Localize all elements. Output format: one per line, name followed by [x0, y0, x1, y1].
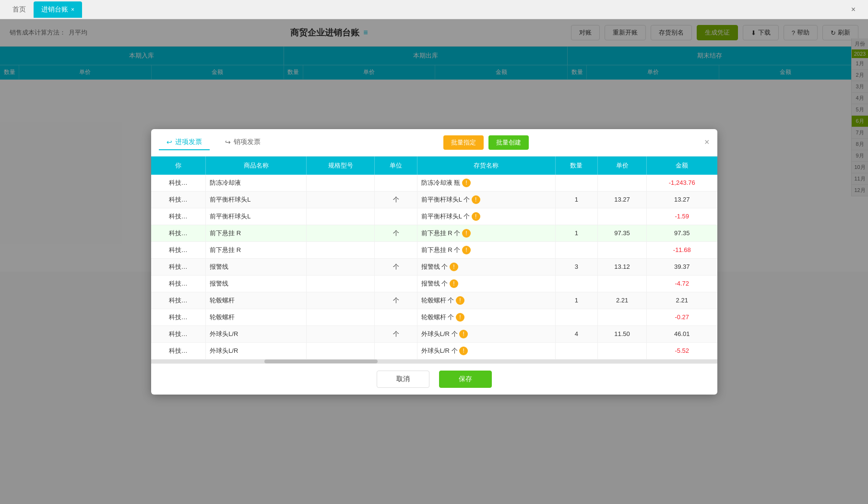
- cell-unit: 个: [375, 225, 417, 241]
- cell-spec: [307, 225, 375, 241]
- table-row: 科技… 前下悬挂 R 前下悬挂 R 个 ! -11.68: [151, 241, 717, 258]
- cell-unit-price: [598, 342, 647, 359]
- cell-product: 报警线: [206, 258, 307, 275]
- batch-create-button[interactable]: 批量创建: [488, 135, 529, 150]
- cell-product: 轮毂螺杆: [206, 292, 307, 309]
- warn-icon[interactable]: !: [472, 212, 480, 221]
- table-row: 科技… 轮毂螺杆 轮毂螺杆 个 ! -0.27: [151, 309, 717, 325]
- cell-spec: [307, 208, 375, 225]
- warn-icon[interactable]: !: [459, 347, 468, 355]
- cell-amount: -0.27: [647, 309, 717, 325]
- scrollbar-thumb[interactable]: [264, 360, 378, 363]
- cell-spec: [307, 292, 375, 309]
- col-quantity: 数量: [555, 156, 597, 175]
- cell-inventory: 前下悬挂 R 个 !: [417, 225, 555, 241]
- cell-inventory: 防冻冷却液 瓶 !: [417, 175, 555, 192]
- warn-icon[interactable]: !: [459, 330, 468, 338]
- modal-table[interactable]: 你 商品名称 规格型号 单位 存货名称 数量 单价 金额 科技… 防冻冷却液: [151, 156, 717, 363]
- cell-company: 科技…: [151, 275, 206, 292]
- tab-incoming-btn[interactable]: ↩ 进项发票: [159, 135, 210, 150]
- cell-inventory: 前下悬挂 R 个 !: [417, 241, 555, 258]
- table-row: 科技… 前下悬挂 R 个 前下悬挂 R 个 ! 1 97.35 97.35: [151, 225, 717, 241]
- modal: ↩ 进项发票 ↪ 销项发票 批量指定 批量创建 × 你: [151, 129, 717, 395]
- cell-product: 前下悬挂 R: [206, 241, 307, 258]
- warn-icon[interactable]: !: [462, 179, 471, 187]
- cell-inventory: 报警线 个 !: [417, 258, 555, 275]
- cell-product: 轮毂螺杆: [206, 309, 307, 325]
- cell-amount: 97.35: [647, 225, 717, 241]
- warn-icon[interactable]: !: [462, 246, 471, 254]
- cell-quantity: [555, 241, 597, 258]
- cell-spec: [307, 325, 375, 342]
- cell-quantity: 1: [555, 292, 597, 309]
- tab-active[interactable]: 进销台账 ×: [34, 1, 82, 18]
- cell-inventory: 轮毂螺杆 个 !: [417, 292, 555, 309]
- cell-inventory: 轮毂螺杆 个 !: [417, 309, 555, 325]
- warn-icon[interactable]: !: [462, 229, 471, 238]
- incoming-tab-icon: ↩: [166, 138, 172, 146]
- tab-active-label: 进销台账: [41, 5, 68, 14]
- cell-unit: [375, 208, 417, 225]
- cell-inventory: 前平衡杆球头L 个 !: [417, 191, 555, 208]
- cell-company: 科技…: [151, 241, 206, 258]
- modal-close-icon[interactable]: ×: [704, 137, 710, 147]
- horizontal-scrollbar[interactable]: [151, 360, 717, 363]
- cell-unit: 个: [375, 292, 417, 309]
- tab-outgoing-btn[interactable]: ↪ 销项发票: [217, 135, 268, 150]
- cell-unit-price: 11.50: [598, 325, 647, 342]
- modal-header: ↩ 进项发票 ↪ 销项发票 批量指定 批量创建 ×: [151, 129, 717, 156]
- warn-icon[interactable]: !: [450, 279, 458, 288]
- cell-amount: -1,243.76: [647, 175, 717, 192]
- warn-icon[interactable]: !: [456, 313, 464, 322]
- cell-spec: [307, 258, 375, 275]
- table-row: 科技… 外球头L/R 个 外球头L/R 个 ! 4 11.50 46.01: [151, 325, 717, 342]
- cell-spec: [307, 241, 375, 258]
- cell-product: 前平衡杆球头L: [206, 208, 307, 225]
- cell-company: 科技…: [151, 225, 206, 241]
- outgoing-tab-icon: ↪: [225, 138, 231, 146]
- cell-unit-price: [598, 241, 647, 258]
- col-unit-price: 单价: [598, 156, 647, 175]
- warn-icon[interactable]: !: [472, 195, 480, 204]
- save-button[interactable]: 保存: [439, 371, 492, 388]
- table-row: 科技… 报警线 报警线 个 ! -4.72: [151, 275, 717, 292]
- cell-unit-price: 97.35: [598, 225, 647, 241]
- col-amount: 金额: [647, 156, 717, 175]
- batch-buttons: 批量指定 批量创建: [443, 135, 529, 150]
- col-product: 商品名称: [206, 156, 307, 175]
- window-close-icon[interactable]: ×: [844, 5, 863, 14]
- cell-spec: [307, 191, 375, 208]
- cell-inventory: 前平衡杆球头L 个 !: [417, 208, 555, 225]
- cell-company: 科技…: [151, 258, 206, 275]
- modal-overlay: ↩ 进项发票 ↪ 销项发票 批量指定 批量创建 × 你: [0, 19, 868, 504]
- cell-product: 外球头L/R: [206, 342, 307, 359]
- cell-inventory: 外球头L/R 个 !: [417, 342, 555, 359]
- table-row: 科技… 外球头L/R 外球头L/R 个 ! -5.52: [151, 342, 717, 359]
- cell-amount: -4.72: [647, 275, 717, 292]
- cell-unit-price: [598, 175, 647, 192]
- cell-company: 科技…: [151, 292, 206, 309]
- col-spec: 规格型号: [307, 156, 375, 175]
- cell-company: 科技…: [151, 175, 206, 192]
- cell-company: 科技…: [151, 342, 206, 359]
- batch-assign-button[interactable]: 批量指定: [443, 135, 484, 150]
- cell-unit-price: [598, 275, 647, 292]
- cell-quantity: 4: [555, 325, 597, 342]
- cell-amount: 2.21: [647, 292, 717, 309]
- tab-bar: 首页 进销台账 × ×: [0, 0, 868, 19]
- col-inventory: 存货名称: [417, 156, 555, 175]
- cell-quantity: [555, 175, 597, 192]
- tab-home[interactable]: 首页: [5, 1, 34, 18]
- cell-unit: [375, 275, 417, 292]
- cell-unit-price: 13.12: [598, 258, 647, 275]
- cell-quantity: 3: [555, 258, 597, 275]
- warn-icon[interactable]: !: [456, 296, 464, 305]
- cell-unit: 个: [375, 191, 417, 208]
- cell-unit: 个: [375, 258, 417, 275]
- cell-product: 报警线: [206, 275, 307, 292]
- cell-amount: -5.52: [647, 342, 717, 359]
- cell-quantity: 1: [555, 191, 597, 208]
- cancel-button[interactable]: 取消: [377, 371, 429, 388]
- warn-icon[interactable]: !: [450, 263, 458, 271]
- tab-close-icon[interactable]: ×: [71, 6, 74, 13]
